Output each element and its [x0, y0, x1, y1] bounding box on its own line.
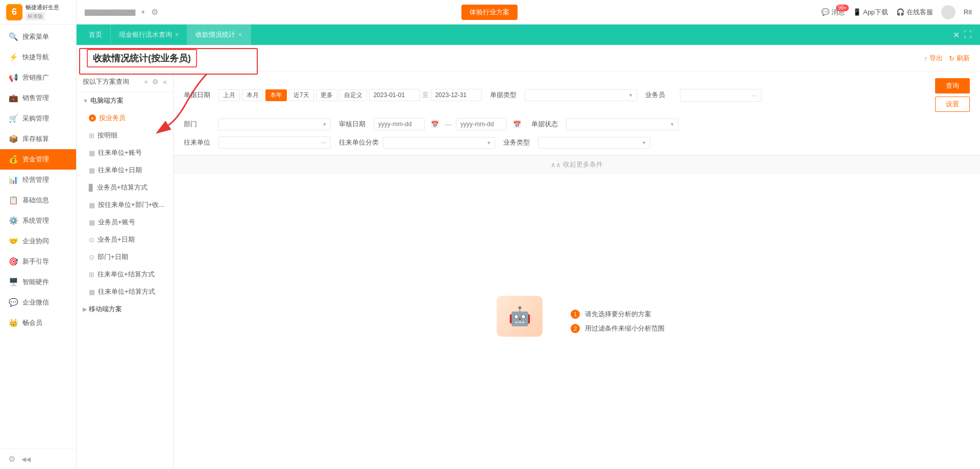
- date-end-input[interactable]: [431, 89, 482, 101]
- refresh-btn[interactable]: ↻ 刷新: [949, 54, 970, 63]
- review-date-separator: —: [445, 121, 452, 128]
- sidebar-item-business[interactable]: 📊 经营管理: [0, 170, 76, 190]
- scheme-item-partner-date[interactable]: ▦ 往来单位+日期: [77, 161, 173, 179]
- sidebar-item-guide[interactable]: 🎯 新手引导: [0, 251, 76, 272]
- collapse-bar[interactable]: ∧∧ 收起更多条件: [174, 155, 980, 174]
- sidebar-label-business: 经营管理: [22, 175, 49, 184]
- close-window-icon[interactable]: ✕: [953, 30, 960, 40]
- sidebar-item-hardware[interactable]: 🖥️ 智能硬件: [0, 272, 76, 292]
- sidebar-settings-icon[interactable]: ⚙: [8, 454, 15, 464]
- filter-panel-header: 按以下方案查询 + ⚙ «: [77, 72, 173, 92]
- scheme-item-detail[interactable]: ⊞ 按明细: [77, 127, 173, 144]
- sidebar-item-marketing[interactable]: 📢 营销推广: [0, 67, 76, 88]
- sidebar-item-search[interactable]: 🔍 搜索菜单: [0, 27, 76, 47]
- online-service-btn[interactable]: 🎧 在线客服: [896, 8, 933, 17]
- sales-icon: 💼: [8, 93, 18, 103]
- sidebar-label-wechat: 企业微信: [22, 298, 49, 307]
- user-avatar[interactable]: [941, 5, 955, 19]
- biz-type-select[interactable]: ▾: [538, 137, 650, 149]
- salesperson-select[interactable]: ···: [680, 89, 762, 102]
- sidebar-collapse-icon[interactable]: ◀◀: [21, 456, 31, 463]
- add-scheme-icon[interactable]: +: [144, 78, 148, 86]
- trial-btn[interactable]: 体验行业方案: [461, 5, 518, 20]
- app-logo-icon: 6: [6, 4, 22, 20]
- scheme-item-dept-date[interactable]: ⊙ 部门+日期: [77, 248, 173, 266]
- partner-category-select[interactable]: ▾: [383, 137, 495, 149]
- filter-row-1: 单据日期 上月 本月 本年 近7天 更多 自定义 至: [184, 78, 970, 112]
- btn-last-month[interactable]: 上月: [218, 89, 240, 101]
- sidebar-item-finance[interactable]: 💰 资金管理: [0, 149, 76, 170]
- review-date-filter-item: 审核日期 📅 — 📅: [339, 118, 523, 130]
- btn-this-year[interactable]: 本年: [265, 89, 287, 101]
- topbar-settings-icon[interactable]: ⚙: [151, 7, 158, 17]
- active-dot-icon: ●: [89, 114, 96, 122]
- btn-custom[interactable]: 自定义: [339, 89, 367, 101]
- panel-collapse-icon[interactable]: «: [163, 78, 167, 86]
- scheme-item-sales-date[interactable]: ⊙ 业务员+日期: [77, 231, 173, 248]
- table-icon3: ▦: [89, 201, 95, 209]
- sidebar-item-system[interactable]: ⚙️ 系统管理: [0, 210, 76, 231]
- bar-chart-icon: ▊: [89, 184, 94, 192]
- tab-home[interactable]: 首页: [81, 25, 111, 45]
- sidebar-item-wechat[interactable]: 💬 企业微信: [0, 292, 76, 313]
- maximize-icon[interactable]: ⛶: [964, 30, 972, 39]
- filter-actions: 查询 设置: [935, 78, 970, 112]
- scheme-item-sales-account[interactable]: ▦ 业务员+账号: [77, 214, 173, 231]
- btn-this-month[interactable]: 本月: [242, 89, 263, 101]
- topbar-breadcrumb: ▇▇▇▇▇▇▇▇▇▇▇: [85, 9, 135, 16]
- partner-category-label: 往来单位分类: [339, 138, 379, 147]
- scheme-settings-icon[interactable]: ⚙: [152, 78, 159, 86]
- btn-last-7-days[interactable]: 近7天: [289, 89, 314, 101]
- sidebar-item-basic[interactable]: 📋 基础信息: [0, 190, 76, 210]
- step-2-num: 2: [571, 324, 580, 333]
- inventory-icon: 📦: [8, 134, 18, 144]
- app-download-btn[interactable]: 📱 App下载: [853, 8, 888, 17]
- review-date-start-input[interactable]: [374, 118, 425, 130]
- sidebar-label-coop: 企业协同: [22, 237, 49, 246]
- message-badge: 99+: [836, 5, 849, 11]
- filter-form: 单据日期 上月 本月 本年 近7天 更多 自定义 至: [174, 72, 980, 155]
- collapse-chevron-icon: ∧∧: [551, 161, 561, 169]
- empty-steps: 1 请先选择要分析的方案 2 用过滤条件来缩小分析范围: [571, 310, 665, 333]
- mobile-scheme-title[interactable]: ▶ 移动端方案: [77, 300, 173, 318]
- empty-step-1: 1 请先选择要分析的方案: [571, 310, 665, 319]
- sidebar-item-sales[interactable]: 💼 销售管理: [0, 88, 76, 108]
- tab-receipt[interactable]: 收款情况统计 ×: [187, 25, 251, 45]
- date-start-input[interactable]: [369, 89, 420, 101]
- review-date-end-input[interactable]: [456, 118, 507, 130]
- dept-select[interactable]: ▾: [218, 119, 331, 130]
- scheme-item-salesperson[interactable]: ● 按业务员: [77, 109, 173, 127]
- export-btn[interactable]: ↑ 导出: [924, 54, 943, 63]
- sidebar-label-vip: 畅会员: [22, 318, 42, 327]
- scheme-item-partner-dept[interactable]: ▦ 按往来单位+部门+收...: [77, 196, 173, 214]
- query-btn[interactable]: 查询: [935, 78, 970, 93]
- tab-bank-close-icon[interactable]: ×: [175, 31, 179, 38]
- sidebar-item-inventory[interactable]: 📦 库存核算: [0, 129, 76, 149]
- message-btn[interactable]: 💬 消息 99+: [821, 8, 845, 17]
- step-2-text: 用过滤条件来缩小分析范围: [585, 324, 665, 333]
- desktop-scheme-title[interactable]: ▼ 电脑端方案: [77, 92, 173, 109]
- sidebar-item-quick-nav[interactable]: ⚡ 快捷导航: [0, 47, 76, 67]
- review-date-cal-icon1: 📅: [431, 121, 439, 128]
- sidebar-item-purchase[interactable]: 🛒 采购管理: [0, 108, 76, 129]
- sidebar-item-vip[interactable]: 👑 畅会员: [0, 313, 76, 333]
- basic-icon: 📋: [8, 195, 18, 205]
- partner-select[interactable]: ···: [218, 136, 331, 149]
- tab-bank[interactable]: 现金银行流水查询 ×: [111, 25, 187, 45]
- tab-receipt-close-icon[interactable]: ×: [238, 31, 242, 38]
- doc-status-select[interactable]: ▾: [566, 119, 678, 130]
- settings-btn[interactable]: 设置: [935, 97, 970, 112]
- scheme-item-partner-payment2[interactable]: ▦ 往来单位+结算方式: [77, 283, 173, 300]
- btn-more[interactable]: 更多: [316, 89, 337, 101]
- doc-type-select[interactable]: ▾: [525, 89, 637, 101]
- date-quick-group: 上月 本月 本年 近7天 更多 自定义 至: [218, 89, 482, 101]
- doc-status-label: 单据状态: [531, 120, 562, 129]
- expand-arrow-icon: ▼: [83, 98, 88, 104]
- doc-type-filter-item: 单据类型 ▾: [490, 89, 637, 101]
- scheme-item-partner-payment1[interactable]: ⊞ 往来单位+结算方式: [77, 266, 173, 283]
- sidebar-label-search: 搜索菜单: [22, 32, 49, 41]
- service-label: 在线客服: [906, 8, 933, 17]
- scheme-item-partner-account[interactable]: ▦ 往来单位+账号: [77, 144, 173, 161]
- sidebar-item-coop[interactable]: 🤝 企业协同: [0, 231, 76, 251]
- scheme-item-sales-payment[interactable]: ▊ 业务员+结算方式: [77, 179, 173, 196]
